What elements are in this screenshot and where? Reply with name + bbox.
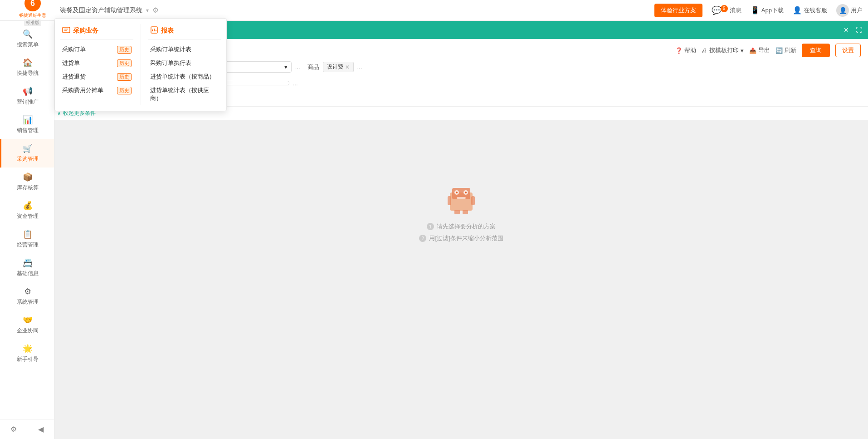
tab-fullscreen-btn[interactable]: ⛶	[853, 25, 864, 35]
message-icon: 💬	[712, 5, 722, 15]
sidebar-label-purchase: 采购管理	[17, 155, 39, 163]
inventory-icon: 📦	[23, 172, 33, 182]
help-button[interactable]: ❓ 帮助	[675, 46, 696, 54]
sidebar-item-purchase[interactable]: 🛒 采购管理	[0, 139, 54, 168]
service-icon: 👤	[793, 6, 802, 15]
purchase-col-icon	[62, 26, 70, 36]
doc-status-dots[interactable]: ...	[295, 64, 300, 70]
logo-area: 6 畅捷通好生意 标准版	[5, 0, 60, 26]
svg-rect-12	[463, 210, 468, 214]
sidebar-item-finance[interactable]: 💰 资金管理	[0, 196, 54, 225]
svg-rect-10	[471, 196, 475, 205]
print-button[interactable]: 🖨 按模板打印 ▾	[702, 46, 744, 54]
sidebar-label-guide: 新手引导	[17, 355, 39, 363]
sidebar-label-marketing: 营销推广	[17, 98, 39, 106]
sidebar-item-quick-nav[interactable]: 🏠 快捷导航	[0, 53, 54, 82]
dropdown-item-receipt-supplier[interactable]: 进货单统计表（按供应商）	[148, 84, 221, 105]
export-button[interactable]: 📤 导出	[749, 46, 770, 54]
receipt-goods-label: 进货单统计表（按商品）	[150, 73, 215, 81]
industry-button[interactable]: 体验行业方案	[654, 4, 702, 17]
online-service-item[interactable]: 👤 在线客服	[793, 6, 827, 15]
return-label: 进货退货	[62, 73, 86, 81]
sidebar-item-search[interactable]: 🔍 搜索菜单	[0, 25, 54, 53]
sidebar-item-system[interactable]: ⚙ 系统管理	[0, 282, 54, 311]
help-label: 帮助	[684, 46, 696, 54]
dropdown-item-receipt-goods[interactable]: 进货单统计表（按商品）	[148, 70, 221, 84]
operation-icon: 📋	[23, 229, 33, 239]
dropdown-purchase-col: 采购业务 采购订单 历史 进货单 历史 进货退货 历史 采购费用分摊单 历史	[55, 24, 139, 105]
step-1-num: 1	[427, 223, 434, 230]
sales-icon: 📊	[23, 115, 33, 125]
purchase-title-svg	[62, 26, 70, 34]
sidebar-label-search: 搜索菜单	[17, 41, 39, 49]
dropdown-item-order-exec[interactable]: 采购订单执行表	[148, 56, 221, 70]
empty-illustration	[439, 179, 484, 215]
purchase-icon: 🛒	[23, 143, 33, 153]
dropdown-item-purchase-order[interactable]: 采购订单 历史	[60, 43, 133, 56]
sidebar-item-sales[interactable]: 📊 销售管理	[0, 110, 54, 139]
user-item[interactable]: 👤 用户	[836, 4, 863, 17]
system-title-area: 装餐及固定资产辅助管理系统 ▾ ⚙	[60, 6, 654, 15]
salesman-dots[interactable]: ...	[293, 80, 298, 87]
print-arrow-icon: ▾	[741, 47, 744, 54]
online-service-label: 在线客服	[804, 6, 827, 15]
enterprise-icon: 🤝	[23, 315, 33, 325]
goods-tag[interactable]: 设计费 ✕	[323, 62, 354, 72]
dropdown-item-return[interactable]: 进货退货 历史	[60, 70, 133, 84]
messages-item[interactable]: 💬 9 消息	[712, 5, 741, 15]
sidebar-label-system: 系统管理	[17, 298, 39, 306]
svg-point-7	[465, 192, 467, 193]
header-right: 💬 9 消息 📱 App下载 👤 在线客服 👤 用户	[712, 4, 863, 17]
help-icon: ❓	[675, 47, 683, 54]
goods-label: 商品	[307, 63, 319, 71]
search-icon: 🔍	[23, 29, 33, 39]
print-label: 按模板打印	[709, 46, 739, 54]
goods-dots[interactable]: ...	[357, 64, 362, 70]
sidebar-item-basic[interactable]: 📇 基础信息	[0, 253, 54, 282]
sidebar-label-finance: 资金管理	[17, 212, 39, 220]
refresh-icon: 🔄	[775, 47, 783, 54]
empty-step-1: 1 请先选择要分析的方案	[427, 222, 496, 231]
sidebar-collapse-icon[interactable]: ◀	[38, 425, 44, 434]
basic-icon: 📇	[23, 258, 33, 268]
refresh-button[interactable]: 🔄 刷新	[775, 46, 796, 54]
sidebar-label-quick-nav: 快捷导航	[17, 69, 39, 77]
settings-button[interactable]: 设置	[835, 44, 861, 57]
title-settings-icon[interactable]: ⚙	[152, 6, 159, 15]
goods-tag-text: 设计费	[327, 63, 343, 71]
sidebar-item-guide[interactable]: 🌟 新手引导	[0, 339, 54, 368]
sidebar-item-enterprise[interactable]: 🤝 企业协同	[0, 311, 54, 339]
report-col-icon	[150, 26, 158, 36]
goods-tag-close[interactable]: ✕	[345, 64, 350, 70]
empty-svg	[439, 179, 484, 215]
export-icon: 📤	[749, 47, 756, 54]
dropdown-item-cost[interactable]: 采购费用分摊单 历史	[60, 84, 133, 97]
print-icon: 🖨	[702, 47, 707, 54]
order-stats-label: 采购订单统计表	[150, 45, 191, 54]
app-download-item[interactable]: 📱 App下载	[751, 6, 784, 15]
sidebar-settings-icon[interactable]: ⚙	[10, 425, 17, 434]
sidebar-item-operation[interactable]: 📋 经营管理	[0, 225, 54, 253]
receipt-history-badge: 历史	[117, 59, 132, 67]
guide-icon: 🌟	[23, 344, 33, 354]
messages-label: 消息	[730, 6, 741, 15]
system-title-text: 装餐及固定资产辅助管理系统	[60, 6, 142, 15]
dropdown-item-receipt[interactable]: 进货单 历史	[60, 56, 133, 70]
sidebar-item-marketing[interactable]: 📢 营销推广	[0, 82, 54, 110]
svg-rect-13	[63, 27, 70, 33]
report-col-title: 报表	[148, 24, 221, 40]
tab-close-all-btn[interactable]: ✕	[841, 25, 852, 35]
report-title-svg	[150, 26, 158, 34]
title-dropdown-arrow[interactable]: ▾	[146, 7, 149, 14]
dropdown-item-order-stats[interactable]: 采购订单统计表	[148, 43, 221, 56]
tab-controls: ✕ ⛶	[841, 25, 864, 35]
marketing-icon: 📢	[23, 86, 33, 96]
sidebar-item-inventory[interactable]: 📦 库存核算	[0, 168, 54, 196]
doc-status-control[interactable]: ▾	[219, 61, 292, 73]
svg-rect-8	[457, 197, 466, 199]
refresh-label: 刷新	[785, 46, 796, 54]
sidebar: 🔍 搜索菜单 🏠 快捷导航 📢 营销推广 📊 销售管理 🛒 采购管理 📦 库存核…	[0, 21, 54, 439]
query-button[interactable]: 查询	[802, 44, 830, 57]
purchase-col-title: 采购业务	[60, 24, 133, 40]
user-avatar: 👤	[836, 4, 849, 17]
